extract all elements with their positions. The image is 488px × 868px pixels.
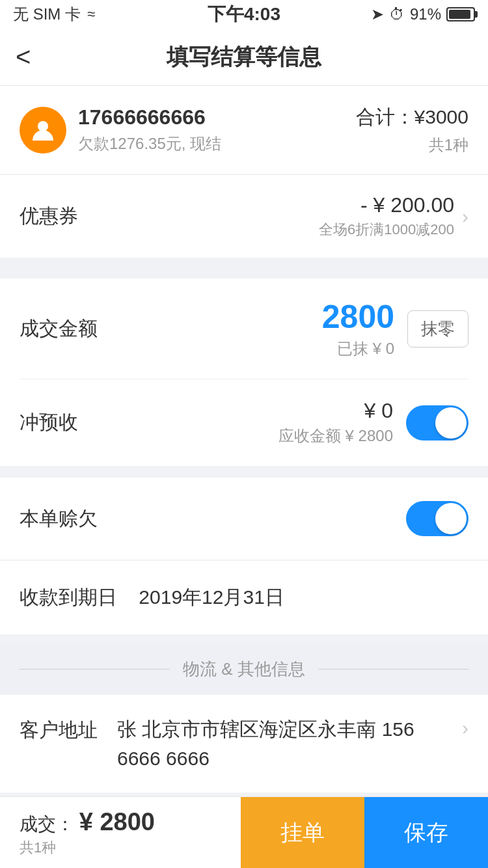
credit-row: 本单赊欠 — [20, 478, 468, 560]
deal-amount-number: 2800 — [322, 298, 394, 336]
battery-fill — [449, 10, 470, 19]
precharge-toggle[interactable] — [406, 405, 468, 441]
coupon-desc: 全场6折满1000减200 — [319, 220, 454, 239]
coupon-amount: - ¥ 200.00 — [319, 193, 454, 217]
deal-amount-sub: 已抹 ¥ 0 — [322, 338, 394, 359]
amount-section: 成交金额 2800 已抹 ¥ 0 抹零 冲预收 ¥ 0 应收金额 ¥ 2800 — [0, 278, 488, 466]
bottom-deal-row: 成交： ¥ 2800 — [20, 808, 221, 837]
precharge-amount: ¥ 0 — [278, 399, 393, 423]
location-icon: ➤ — [371, 5, 384, 23]
deal-amount-block: 2800 已抹 ¥ 0 — [322, 298, 394, 359]
carrier-label: 无 SIM 卡 — [13, 4, 81, 25]
battery-icon — [446, 7, 475, 21]
logistics-divider: 物流 & 其他信息 — [0, 645, 488, 694]
bottom-amount: ¥ 2800 — [79, 808, 155, 835]
alarm-icon: ⏱ — [389, 5, 405, 23]
credit-toggle[interactable] — [406, 501, 468, 536]
status-time: 下午4:03 — [208, 2, 280, 27]
user-count: 共1种 — [356, 135, 468, 156]
section-divider-1 — [0, 268, 488, 278]
precharge-label: 冲预收 — [20, 409, 78, 436]
chevron-right-icon: › — [462, 206, 468, 228]
hold-button[interactable]: 挂单 — [241, 797, 364, 869]
coupon-label: 优惠券 — [20, 203, 78, 230]
nav-bar: < 填写结算等信息 — [0, 29, 488, 86]
precharge-value-block: ¥ 0 应收金额 ¥ 2800 — [278, 399, 393, 446]
precharge-row: 冲预收 ¥ 0 应收金额 ¥ 2800 — [20, 379, 468, 466]
credit-label: 本单赊欠 — [20, 506, 98, 532]
svg-point-0 — [38, 121, 48, 131]
due-date-value: 2019年12月31日 — [139, 586, 284, 608]
address-label: 客户地址 — [20, 717, 98, 744]
coupon-right: - ¥ 200.00 全场6折满1000减200 › — [319, 193, 468, 239]
user-left: 17666666666 欠款1276.35元, 现结 — [20, 105, 221, 154]
toggle-knob — [435, 407, 467, 439]
address-chevron-icon: › — [462, 717, 468, 739]
user-card: 17666666666 欠款1276.35元, 现结 合计：¥3000 共1种 — [0, 86, 488, 174]
user-info: 17666666666 欠款1276.35元, 现结 — [78, 105, 221, 154]
due-date-label: 收款到期日 2019年12月31日 — [20, 586, 284, 608]
user-total: 合计：¥3000 — [356, 104, 468, 131]
due-date-section: 收款到期日 2019年12月31日 — [0, 561, 488, 634]
avatar — [20, 107, 66, 154]
due-date-label-text: 收款到期日 — [20, 586, 117, 608]
user-right: 合计：¥3000 共1种 — [356, 104, 468, 156]
precharge-sub: 应收金额 ¥ 2800 — [278, 426, 393, 446]
user-debt: 欠款1276.35元, 现结 — [78, 133, 221, 154]
coupon-row[interactable]: 优惠券 - ¥ 200.00 全场6折满1000减200 › — [0, 175, 488, 258]
logistics-line-left — [20, 669, 170, 670]
status-bar: 无 SIM 卡 ≈ 下午4:03 ➤ ⏱ 91% — [0, 0, 488, 29]
deal-amount-label: 成交金额 — [20, 316, 98, 342]
bottom-count: 共1种 — [20, 838, 221, 858]
credit-section: 本单赊欠 — [0, 478, 488, 560]
address-value: 张 北京市市辖区海淀区永丰南 156 6666 6666 — [117, 714, 454, 773]
bottom-summary: 成交： ¥ 2800 共1种 — [0, 808, 241, 858]
bottom-deal-label: 成交： — [20, 814, 74, 834]
battery-percent: 91% — [410, 5, 441, 23]
bottom-bar: 成交： ¥ 2800 共1种 挂单 保存 — [0, 796, 488, 868]
precharge-right: ¥ 0 应收金额 ¥ 2800 — [278, 399, 468, 446]
save-button[interactable]: 保存 — [364, 797, 488, 869]
coupon-value: - ¥ 200.00 全场6折满1000减200 — [319, 193, 454, 239]
status-left: 无 SIM 卡 ≈ — [13, 4, 95, 25]
round-button[interactable]: 抹零 — [407, 310, 468, 347]
back-button[interactable]: < — [16, 42, 31, 72]
user-phone: 17666666666 — [78, 105, 221, 129]
page-title: 填写结算等信息 — [167, 42, 321, 72]
address-section[interactable]: 客户地址 张 北京市市辖区海淀区永丰南 156 6666 6666 › — [0, 695, 488, 793]
logistics-text: 物流 & 其他信息 — [183, 658, 305, 681]
status-right: ➤ ⏱ 91% — [371, 5, 475, 23]
wifi-icon: ≈ — [87, 6, 95, 23]
deal-amount-right: 2800 已抹 ¥ 0 抹零 — [322, 298, 468, 359]
credit-toggle-knob — [435, 503, 467, 534]
logistics-line-right — [318, 669, 468, 670]
deal-amount-row: 成交金额 2800 已抹 ¥ 0 抹零 — [20, 278, 468, 379]
content: 17666666666 欠款1276.35元, 现结 合计：¥3000 共1种 … — [0, 86, 488, 868]
section-divider-2 — [0, 467, 488, 478]
